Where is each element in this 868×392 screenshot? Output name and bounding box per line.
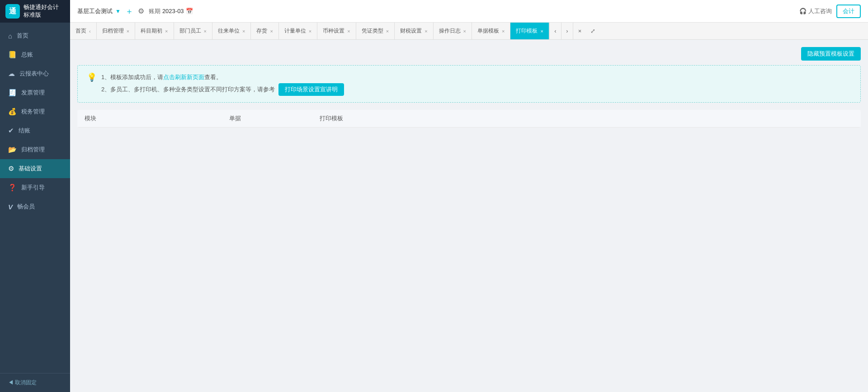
notice-line2: 2、多员工、多打印机、多种业务类型设置不同打印方案等，请参考 打印场景设置宣讲明 <box>101 83 344 96</box>
sidebar-item-label: 总账 <box>21 51 33 59</box>
sidebar-item-reports[interactable]: ☁ 云报表中心 <box>0 64 70 83</box>
sidebar-item-close[interactable]: ✔ 结账 <box>0 121 70 140</box>
sidebar-item-label: 基础设置 <box>19 165 42 173</box>
tabs-close-all[interactable]: × <box>573 23 586 40</box>
sidebar-item-home[interactable]: ⌂ 首页 <box>0 26 70 45</box>
tab-currency[interactable]: 币种设置 × <box>317 23 356 40</box>
reports-icon: ☁ <box>8 70 15 78</box>
tab-inventory[interactable]: 存货 × <box>251 23 278 40</box>
sidebar-unpin-button[interactable]: ◀ 取消固定 <box>0 373 70 392</box>
calendar-icon[interactable]: 📅 <box>186 8 193 14</box>
headset-icon: 🎧 <box>799 8 807 14</box>
sidebar-item-label: 归档管理 <box>21 146 45 154</box>
tab-archive[interactable]: 归档管理 × <box>97 23 135 40</box>
member-icon: V <box>8 203 13 211</box>
period-label: 账期 <box>149 7 160 15</box>
tab-operation-log[interactable]: 操作日志 × <box>434 23 472 40</box>
sidebar-item-label: 发票管理 <box>21 89 45 97</box>
unpin-label: ◀ 取消固定 <box>8 379 37 387</box>
notice-line1-suffix: 查看。 <box>204 74 222 80</box>
dropdown-icon: ▼ <box>115 8 121 14</box>
app-name: 畅捷通好会计 <box>24 4 59 11</box>
settings-icon: ⚙ <box>8 165 14 173</box>
archive-icon: 📂 <box>8 146 17 154</box>
tab-close-icon[interactable]: × <box>309 28 311 34</box>
tab-close-icon[interactable]: × <box>270 28 273 34</box>
tabs-expand[interactable]: ⤢ <box>586 23 600 40</box>
content-area: 隐藏预置模板设置 💡 1、模板添加成功后，请点击刷新新页面查看。 2、多员工、多… <box>70 40 868 392</box>
notice-row: 💡 1、模板添加成功后，请点击刷新新页面查看。 2、多员工、多打印机、多种业务类… <box>87 72 851 96</box>
refresh-link[interactable]: 点击刷新新页面 <box>163 74 204 80</box>
tab-label: 归档管理 <box>102 27 124 35</box>
sidebar-logo: 通 畅捷通好会计 标准版 <box>0 0 70 23</box>
print-scene-button[interactable]: 打印场景设置宣讲明 <box>278 83 344 96</box>
tab-close-icon[interactable]: × <box>347 28 350 34</box>
tab-close-icon[interactable]: × <box>502 28 505 34</box>
tab-close-icon[interactable]: × <box>204 28 207 34</box>
tab-close-icon[interactable]: × <box>127 28 129 34</box>
tabs-bar: 首页 ‹ 归档管理 × 科目期初 × 部门员工 × 往来单位 × 存货 × 计量… <box>70 23 868 40</box>
sidebar-item-label: 畅会员 <box>17 203 35 211</box>
ledger-icon: 📒 <box>8 51 17 59</box>
tab-label: 往来单位 <box>218 27 240 35</box>
tab-label: 存货 <box>256 27 267 35</box>
sidebar-item-label: 首页 <box>17 32 28 40</box>
notice-content: 1、模板添加成功后，请点击刷新新页面查看。 2、多员工、多打印机、多种业务类型设… <box>101 72 344 96</box>
table-header-document: 单据 <box>222 114 312 123</box>
tab-label: 计量单位 <box>284 27 306 35</box>
company-name: 基层工会测试 <box>77 7 113 15</box>
close-ledger-icon: ✔ <box>8 127 14 135</box>
table-header-template: 打印模板 <box>312 114 861 123</box>
sidebar-item-label: 结账 <box>19 127 30 135</box>
add-company-button[interactable]: ＋ <box>125 6 133 17</box>
app-logo-icon: 通 <box>5 4 20 19</box>
tab-close-icon[interactable]: × <box>242 28 245 34</box>
account-period: 账期 2023-03 📅 <box>149 7 193 15</box>
tab-label: 财税设置 <box>400 27 422 35</box>
tab-label: 打印模板 <box>516 27 538 35</box>
sidebar-item-guide[interactable]: ❓ 新手引导 <box>0 178 70 197</box>
home-icon: ⌂ <box>8 32 12 40</box>
sidebar-item-label: 新手引导 <box>21 184 45 192</box>
tab-counterparty[interactable]: 往来单位 × <box>212 23 251 40</box>
sidebar-item-label: 税务管理 <box>21 108 45 116</box>
sidebar-item-settings[interactable]: ⚙ 基础设置 <box>0 159 70 178</box>
tabs-nav-next[interactable]: › <box>561 23 573 40</box>
tab-label: 首页 <box>75 27 86 35</box>
tab-label: 币种设置 <box>323 27 344 35</box>
tabs-nav-prev[interactable]: ‹ <box>549 23 561 40</box>
customer-service-button[interactable]: 🎧 人工咨询 <box>799 7 832 15</box>
tab-close-icon[interactable]: × <box>540 28 543 34</box>
tab-voucher-type[interactable]: 凭证类型 × <box>356 23 395 40</box>
sidebar-nav: ⌂ 首页 📒 总账 ☁ 云报表中心 🧾 发票管理 💰 税务管理 ✔ 结账 📂 归… <box>0 23 70 373</box>
sidebar-item-tax[interactable]: 💰 税务管理 <box>0 102 70 121</box>
tab-home[interactable]: 首页 ‹ <box>70 23 97 40</box>
tab-label: 部门员工 <box>179 27 201 35</box>
sidebar-item-member[interactable]: V 畅会员 <box>0 197 70 216</box>
hide-template-button[interactable]: 隐藏预置模板设置 <box>801 47 861 61</box>
topbar: 基层工会测试 ▼ ＋ ⚙ 账期 2023-03 📅 🎧 人工咨询 会计 <box>70 0 868 23</box>
tab-label: 单据模板 <box>477 27 499 35</box>
sidebar-item-invoice[interactable]: 🧾 发票管理 <box>0 83 70 102</box>
tab-close-icon[interactable]: × <box>463 28 466 34</box>
tab-doc-template[interactable]: 单据模板 × <box>472 23 510 40</box>
tab-departments[interactable]: 部门员工 × <box>174 23 212 40</box>
guide-icon: ❓ <box>8 184 17 192</box>
company-settings-icon[interactable]: ⚙ <box>138 7 144 15</box>
tab-units[interactable]: 计量单位 × <box>279 23 317 40</box>
content-header: 隐藏预置模板设置 <box>77 47 861 61</box>
invoice-icon: 🧾 <box>8 89 17 97</box>
tab-tax-settings[interactable]: 财税设置 × <box>395 23 433 40</box>
app-version: 标准版 <box>24 11 59 19</box>
tab-close-icon[interactable]: × <box>165 28 168 34</box>
tab-nav-icon: ‹ <box>89 28 91 34</box>
sidebar-item-ledger[interactable]: 📒 总账 <box>0 45 70 64</box>
notice-line1: 1、模板添加成功后，请点击刷新新页面查看。 <box>101 72 344 83</box>
tab-print-template[interactable]: 打印模板 × <box>510 23 549 40</box>
sidebar-item-archive[interactable]: 📂 归档管理 <box>0 140 70 159</box>
tab-subjects[interactable]: 科目期初 × <box>135 23 174 40</box>
tab-close-icon[interactable]: × <box>386 28 389 34</box>
tab-close-icon[interactable]: × <box>425 28 427 34</box>
kuaiji-button[interactable]: 会计 <box>836 5 861 18</box>
company-selector[interactable]: 基层工会测试 ▼ <box>77 7 121 15</box>
